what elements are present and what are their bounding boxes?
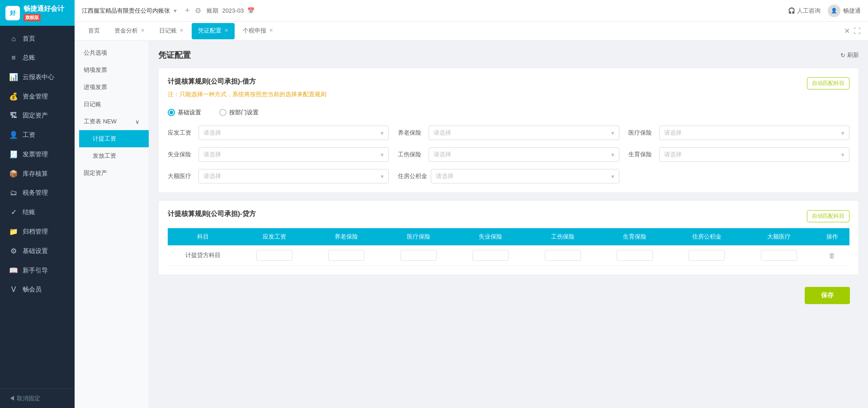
field-sybx2: 生育保险 请选择 ▾ bbox=[628, 147, 849, 162]
th-gsbx: 工伤保险 bbox=[527, 228, 599, 245]
sidebar-item-salary[interactable]: 👤 工资 bbox=[0, 125, 75, 145]
chevron-down-icon-dayl: ▾ bbox=[381, 173, 384, 180]
save-bar: 保存 bbox=[158, 282, 859, 309]
left-nav-sales-invoice[interactable]: 销项发票 bbox=[75, 61, 149, 79]
company-selector[interactable]: 江西服宝精品有限责任公司内账张 ▼ bbox=[82, 7, 178, 15]
credit-table: 科目 应发工资 养老保险 医疗保险 失业保险 工伤保险 生育保险 住房公积金 大… bbox=[168, 228, 849, 266]
top-bar-right: 🎧 人工咨询 👤 畅捷通 bbox=[788, 5, 861, 17]
left-nav-accrual[interactable]: 计提工资 bbox=[79, 130, 149, 147]
sidebar-item-invoice-label: 发票管理 bbox=[23, 150, 48, 159]
refresh-button[interactable]: ↻ 刷新 bbox=[840, 51, 859, 59]
radio-basic[interactable]: 基础设置 bbox=[168, 108, 201, 117]
sidebar-item-guide[interactable]: 📖 新手引导 bbox=[0, 261, 75, 280]
logo-icon: 好 bbox=[5, 6, 20, 20]
tab-funds-close[interactable]: ✕ bbox=[141, 28, 145, 33]
sidebar-item-settings-label: 基础设置 bbox=[23, 247, 48, 255]
tab-tax-close[interactable]: ✕ bbox=[269, 28, 273, 33]
field-gsbx-select[interactable]: 请选择 ▾ bbox=[429, 147, 619, 162]
left-nav-payroll-group[interactable]: 工资表 NEW ∨ bbox=[75, 113, 149, 130]
home-icon: ⌂ bbox=[9, 35, 18, 43]
field-ylbx-select[interactable]: 请选择 ▾ bbox=[429, 126, 619, 140]
field-yibx-select[interactable]: 请选择 ▾ bbox=[659, 126, 849, 140]
support-link[interactable]: 🎧 人工咨询 bbox=[788, 7, 821, 15]
sidebar-item-settings[interactable]: ⚙ 基础设置 bbox=[0, 241, 75, 261]
sidebar-unpin[interactable]: ◀ 取消固定 bbox=[0, 389, 75, 408]
archive-icon: 📁 bbox=[9, 227, 18, 236]
input-sybx[interactable] bbox=[472, 250, 509, 261]
sidebar-item-tax[interactable]: 🗂 税务管理 bbox=[0, 183, 75, 202]
debit-auto-match-btn[interactable]: 自动匹配科目 bbox=[807, 77, 849, 89]
td-yibx bbox=[382, 245, 454, 266]
td-ylbx bbox=[311, 245, 382, 266]
input-yfgz[interactable] bbox=[256, 250, 292, 261]
chevron-down-icon-ylbx: ▾ bbox=[611, 130, 614, 136]
input-shybx[interactable] bbox=[617, 250, 653, 261]
field-dayl-select[interactable]: 请选择 ▾ bbox=[198, 169, 389, 183]
td-gsbx bbox=[527, 245, 599, 266]
tab-fullscreen-btn[interactable]: ⛶ bbox=[854, 27, 861, 35]
field-gjj-select[interactable]: 请选择 ▾ bbox=[431, 169, 619, 183]
left-nav-public[interactable]: 公共选项 bbox=[75, 44, 149, 61]
left-nav-purchase-invoice[interactable]: 进项发票 bbox=[75, 79, 149, 96]
sidebar-item-funds[interactable]: 💰 资金管理 bbox=[0, 87, 75, 106]
sidebar-item-member-label: 畅会员 bbox=[23, 286, 42, 294]
sidebar-item-assets[interactable]: 🏗 固定资产 bbox=[0, 106, 75, 125]
field-dayl-label: 大额医疗 bbox=[168, 172, 195, 180]
tab-home[interactable]: 首页 bbox=[82, 23, 106, 39]
input-dayl[interactable] bbox=[761, 250, 797, 261]
period-selector[interactable]: 账期 2023-03 📅 bbox=[207, 7, 255, 15]
avatar: 👤 bbox=[828, 5, 840, 17]
debit-form-grid: 应发工资 请选择 ▾ 养老保险 请选择 ▾ 医疗 bbox=[168, 126, 849, 183]
tab-journal-close[interactable]: ✕ bbox=[179, 28, 184, 33]
input-gsbx[interactable] bbox=[545, 250, 581, 261]
sidebar-item-archive[interactable]: 📁 归档管理 bbox=[0, 222, 75, 241]
period-label: 账期 bbox=[207, 7, 218, 15]
tab-voucher-config[interactable]: 凭证配置 ✕ bbox=[192, 23, 235, 39]
save-button[interactable]: 保存 bbox=[805, 287, 850, 304]
credit-auto-match-btn[interactable]: 自动匹配科目 bbox=[807, 210, 849, 222]
tab-close-all-btn[interactable]: ✕ bbox=[844, 27, 850, 35]
tab-journal-label: 日记账 bbox=[159, 27, 177, 35]
sidebar-item-salary-label: 工资 bbox=[23, 131, 35, 139]
tab-tax-label: 个税申报 bbox=[243, 27, 266, 35]
user-info[interactable]: 👤 畅捷通 bbox=[828, 5, 861, 17]
field-yfgz-select[interactable]: 请选择 ▾ bbox=[198, 126, 389, 140]
delete-row-btn[interactable]: 🗑 bbox=[829, 252, 835, 259]
sidebar-item-reports[interactable]: 📊 云报表中心 bbox=[0, 67, 75, 87]
left-nav-payroll-label: 工资表 NEW bbox=[84, 117, 117, 126]
input-ylbx[interactable] bbox=[328, 250, 364, 261]
sidebar-item-closing[interactable]: ✓ 结账 bbox=[0, 202, 75, 222]
field-gsbx-label: 工伤保险 bbox=[398, 150, 425, 159]
field-sybx-select[interactable]: 请选择 ▾ bbox=[198, 147, 389, 162]
sidebar-item-inventory[interactable]: 📦 库存核算 bbox=[0, 164, 75, 183]
sidebar-item-ledger[interactable]: ≡ 总账 bbox=[0, 48, 75, 67]
settings-btn[interactable]: ⚙ bbox=[195, 6, 201, 15]
tab-voucher-config-close[interactable]: ✕ bbox=[224, 28, 228, 33]
tab-tax[interactable]: 个税申报 ✕ bbox=[236, 23, 279, 39]
tab-journal[interactable]: 日记账 ✕ bbox=[153, 23, 190, 39]
sidebar-item-guide-label: 新手引导 bbox=[23, 267, 48, 275]
field-yibx-placeholder: 请选择 bbox=[664, 129, 682, 137]
field-shybx-select[interactable]: 请选择 ▾ bbox=[659, 147, 849, 162]
debit-note: 注：只能选择一种方式，系统将按照您当前的选择来配置规则 bbox=[168, 90, 326, 98]
sidebar-item-member[interactable]: V 畅会员 bbox=[0, 280, 75, 299]
radio-department[interactable]: 按部门设置 bbox=[219, 108, 259, 117]
chevron-down-icon-sybx: ▾ bbox=[381, 151, 384, 158]
sidebar-item-home[interactable]: ⌂ 首页 bbox=[0, 29, 75, 48]
sidebar-item-invoice[interactable]: 🧾 发票管理 bbox=[0, 145, 75, 164]
input-yibx[interactable] bbox=[401, 250, 437, 261]
left-nav-payroll-pay[interactable]: 发放工资 bbox=[79, 147, 149, 164]
sidebar-item-inventory-label: 库存核算 bbox=[23, 170, 48, 178]
radio-department-circle bbox=[219, 109, 226, 116]
debit-section-title: 计提核算规则(公司承担)-借方 bbox=[168, 77, 326, 86]
tab-actions: ✕ ⛶ bbox=[844, 27, 861, 35]
input-gjj[interactable] bbox=[689, 250, 725, 261]
tab-funds[interactable]: 资金分析 ✕ bbox=[108, 23, 151, 39]
ledger-icon: ≡ bbox=[9, 54, 18, 62]
field-yfgz-placeholder: 请选择 bbox=[203, 129, 221, 137]
field-sybx: 失业保险 请选择 ▾ bbox=[168, 147, 389, 162]
radio-basic-label: 基础设置 bbox=[178, 108, 201, 117]
left-nav-fixed-assets[interactable]: 固定资产 bbox=[75, 164, 149, 182]
add-company-btn[interactable]: + bbox=[185, 6, 190, 15]
left-nav-journal[interactable]: 日记账 bbox=[75, 96, 149, 113]
